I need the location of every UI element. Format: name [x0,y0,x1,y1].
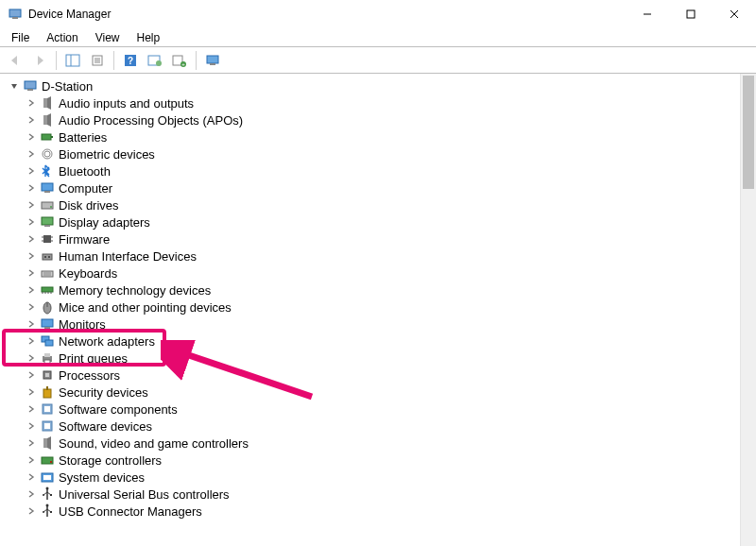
tree-node-label: System devices [59,470,145,485]
tree-node-label: Software devices [59,419,152,434]
svg-point-41 [44,256,46,258]
tree-node-label: Storage controllers [59,453,162,468]
tree-node[interactable]: Biometric devices [6,145,740,162]
menu-view[interactable]: View [88,29,128,46]
back-button[interactable] [4,50,26,71]
tree-node-label: Mice and other pointing devices [59,300,232,315]
tree-node-label: Monitors [59,317,106,332]
chevron-right-icon[interactable] [25,317,38,331]
chevron-right-icon[interactable] [25,215,38,229]
chevron-down-icon[interactable] [8,79,21,93]
svg-point-42 [48,256,50,258]
device-tree[interactable]: D-Station Audio inputs and outputsAudio … [0,74,740,546]
tree-node[interactable]: System devices [6,469,740,486]
scan-hardware-button[interactable] [144,50,166,71]
tree-node[interactable]: Storage controllers [6,452,740,469]
maximize-button[interactable] [669,0,713,28]
svg-rect-3 [687,10,695,18]
chevron-right-icon[interactable] [25,487,38,501]
tree-node[interactable]: Firmware [6,230,740,247]
tree-root[interactable]: D-Station [6,77,740,94]
tree-node[interactable]: Keyboards [6,264,740,282]
menu-file[interactable]: File [4,29,37,46]
tree-node[interactable]: Computer [6,179,740,196]
chevron-right-icon[interactable] [25,504,38,518]
menu-action[interactable]: Action [39,29,85,46]
chevron-right-icon[interactable] [25,232,38,246]
chevron-right-icon[interactable] [25,147,38,161]
tree-node[interactable]: Universal Serial Bus controllers [6,486,740,503]
chevron-right-icon[interactable] [25,470,38,484]
tree-node[interactable]: Sound, video and game controllers [6,435,740,452]
chevron-right-icon[interactable] [25,181,38,195]
network-icon [40,333,55,349]
chevron-right-icon[interactable] [25,283,38,297]
tree-node[interactable]: Bluetooth [6,162,740,179]
chevron-right-icon[interactable] [25,96,38,110]
scroll-thumb[interactable] [743,76,754,189]
help-button[interactable]: ? [119,50,142,71]
chevron-right-icon[interactable] [25,334,38,348]
tree-node[interactable]: Processors [6,367,740,384]
toolbar-separator [113,51,114,70]
monitor-icon [40,180,55,196]
devices-and-printers-button[interactable] [201,50,224,71]
chevron-right-icon[interactable] [25,351,38,365]
forward-button[interactable] [28,50,51,71]
tree-node-label: Keyboards [59,266,117,281]
tree-node-label: Security devices [59,385,148,400]
printer-icon [40,350,55,366]
chevron-right-icon[interactable] [25,130,38,144]
tree-node[interactable]: Print queues [6,350,740,367]
properties-button[interactable] [86,50,109,71]
add-legacy-hardware-button[interactable]: + [168,50,191,71]
chevron-right-icon[interactable] [25,198,38,212]
chevron-right-icon[interactable] [25,113,38,127]
chevron-right-icon[interactable] [25,164,38,178]
chevron-right-icon[interactable] [25,300,38,314]
display-adapter-icon [40,214,55,230]
svg-rect-65 [44,406,50,412]
tree-node[interactable]: Display adapters [6,213,740,230]
vertical-scrollbar[interactable] [740,74,756,546]
tree-node[interactable]: USB Connector Managers [6,503,740,520]
chevron-right-icon[interactable] [25,266,38,280]
tree-node[interactable]: Audio inputs and outputs [6,94,740,111]
tree-node-label: Audio Processing Objects (APOs) [59,113,243,128]
tree-node[interactable]: Disk drives [6,196,740,213]
chevron-right-icon[interactable] [25,249,38,263]
chevron-right-icon[interactable] [25,436,38,450]
chevron-right-icon[interactable] [25,402,38,416]
battery-icon [40,129,55,145]
tree-node[interactable]: Software components [6,401,740,418]
svg-rect-63 [46,386,48,390]
tree-node-label: Sound, video and game controllers [59,436,249,451]
root-label: D-Station [42,79,93,94]
tree-node[interactable]: Security devices [6,384,740,401]
tree-node[interactable]: Network adapters [6,333,740,350]
tree-node[interactable]: Software devices [6,418,740,435]
close-button[interactable] [713,0,756,28]
show-hide-console-tree-button[interactable] [61,50,84,71]
chevron-right-icon[interactable] [25,385,38,399]
tree-node[interactable]: Human Interface Devices [6,247,740,264]
svg-rect-43 [42,271,53,277]
tree-node[interactable]: Mice and other pointing devices [6,299,740,316]
tree-node[interactable]: Memory technology devices [6,282,740,299]
svg-rect-78 [50,494,52,496]
minimize-button[interactable] [626,0,669,28]
tree-node[interactable]: Audio Processing Objects (APOs) [6,111,740,128]
tree-node[interactable]: Monitors [6,316,740,333]
chevron-right-icon[interactable] [25,419,38,433]
speaker-icon [40,95,55,111]
tree-node-label: Batteries [59,130,107,145]
svg-rect-21 [25,81,36,89]
drive-icon [40,197,55,213]
svg-rect-0 [9,9,21,17]
tree-node[interactable]: Batteries [6,128,740,145]
speaker-icon [40,435,55,451]
svg-text:?: ? [128,56,133,66]
chevron-right-icon[interactable] [25,368,38,382]
menu-help[interactable]: Help [129,29,168,46]
chevron-right-icon[interactable] [25,453,38,467]
